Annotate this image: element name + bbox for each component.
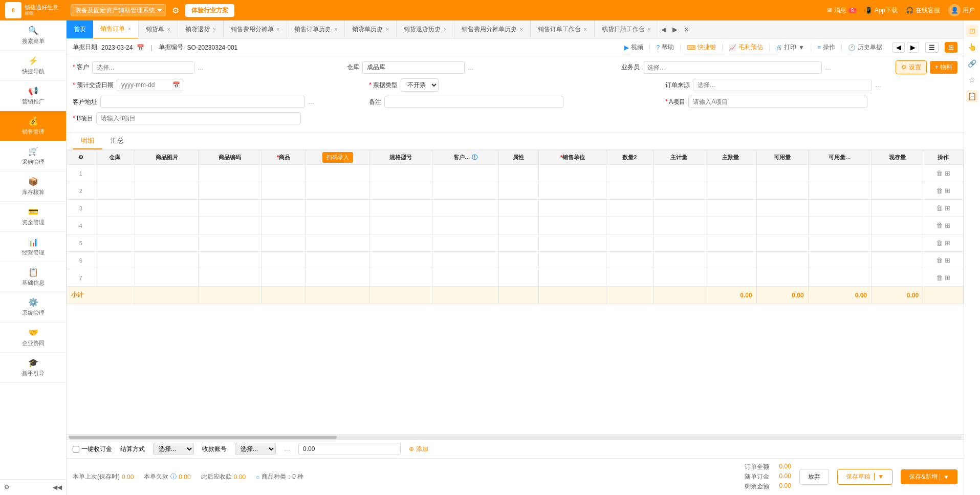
- row1-code[interactable]: [198, 165, 261, 182]
- prev-record-btn[interactable]: ◀: [892, 42, 905, 53]
- row1-main-qty[interactable]: [705, 165, 756, 182]
- row1-customer-code[interactable]: [432, 165, 498, 182]
- scan-btn[interactable]: 扫码录入: [322, 152, 353, 163]
- grid-view-btn[interactable]: ⊞: [945, 42, 957, 53]
- row6-unit[interactable]: [539, 252, 606, 269]
- row2-stock[interactable]: [872, 182, 923, 200]
- row2-copy-icon[interactable]: ⊞: [945, 187, 950, 195]
- row3-main-unit[interactable]: [653, 200, 705, 217]
- row6-code[interactable]: [198, 252, 261, 269]
- row1-unit[interactable]: [539, 165, 606, 182]
- row7-customer-code[interactable]: [432, 269, 498, 287]
- row7-available-more[interactable]: [808, 269, 871, 287]
- save-draft-arrow[interactable]: ▼: [874, 473, 884, 480]
- tab-sales-fee[interactable]: 销售费用分摊单 ×: [224, 20, 288, 39]
- row5-spec[interactable]: [369, 234, 432, 252]
- customer-address-input[interactable]: [100, 96, 305, 108]
- discard-btn[interactable]: 放弃: [799, 469, 829, 485]
- warehouse-more-btn[interactable]: …: [468, 64, 474, 71]
- row5-unit[interactable]: [539, 234, 606, 252]
- row5-attribute[interactable]: [498, 234, 539, 252]
- row6-copy-icon[interactable]: ⊞: [945, 256, 950, 264]
- row7-available[interactable]: [756, 269, 808, 287]
- sidebar-item-marketing[interactable]: 📢 营销推广: [0, 81, 66, 111]
- row6-product[interactable]: [261, 252, 306, 269]
- address-more-btn[interactable]: …: [308, 98, 314, 105]
- row7-spec[interactable]: [369, 269, 432, 287]
- row5-qty2[interactable]: [606, 234, 653, 252]
- tab-sales-refund[interactable]: 销货退货 ×: [178, 20, 224, 39]
- info-icon2[interactable]: ⓘ: [170, 472, 177, 481]
- sidebar-item-purchase[interactable]: 🛒 采购管理: [0, 141, 66, 171]
- row6-main-qty[interactable]: [705, 252, 756, 269]
- row4-code[interactable]: [198, 217, 261, 234]
- receipt-amount-input[interactable]: [298, 443, 401, 455]
- row7-copy-icon[interactable]: ⊞: [945, 274, 950, 282]
- row3-spec[interactable]: [369, 200, 432, 217]
- salesperson-input[interactable]: [643, 61, 822, 74]
- sidebar-item-sales[interactable]: 💰 销售管理: [0, 111, 66, 141]
- row7-attribute[interactable]: [498, 269, 539, 287]
- row3-warehouse[interactable]: [95, 200, 135, 217]
- b-project-input[interactable]: [96, 112, 301, 124]
- row4-main-unit[interactable]: [653, 217, 705, 234]
- row4-warehouse[interactable]: [95, 217, 135, 234]
- add-material-btn[interactable]: + 物料: [930, 61, 957, 74]
- row3-product[interactable]: [261, 200, 306, 217]
- a-project-input[interactable]: [688, 96, 867, 108]
- tab-home[interactable]: 首页: [67, 20, 93, 39]
- right-icon-orange2[interactable]: 📋: [966, 90, 978, 102]
- row7-main-qty[interactable]: [705, 269, 756, 287]
- save-new-arrow[interactable]: ▼: [940, 474, 949, 481]
- row4-scan[interactable]: [306, 217, 369, 234]
- row2-image[interactable]: [135, 182, 198, 200]
- invoice-type-select[interactable]: 不开票: [401, 78, 439, 92]
- row5-main-unit[interactable]: [653, 234, 705, 252]
- row4-available-more[interactable]: [808, 217, 871, 234]
- tab-close-sales-order[interactable]: ×: [128, 26, 131, 32]
- row5-delete-icon[interactable]: 🗑: [936, 239, 943, 247]
- row2-warehouse[interactable]: [95, 182, 135, 200]
- row4-attribute[interactable]: [498, 217, 539, 234]
- tab-sales-order-history[interactable]: 销售订单历史 ×: [287, 20, 345, 39]
- list-view-btn[interactable]: ☰: [925, 42, 939, 53]
- row2-qty2[interactable]: [606, 182, 653, 200]
- receipt-account-select[interactable]: 选择...: [235, 443, 276, 455]
- row2-scan[interactable]: [306, 182, 369, 200]
- row6-stock[interactable]: [872, 252, 923, 269]
- messages-btn[interactable]: ✉ 消息 9: [827, 6, 857, 15]
- gear-button[interactable]: ⚙: [170, 4, 181, 17]
- row7-main-unit[interactable]: [653, 269, 705, 287]
- settings-bottom-icon[interactable]: ⚙: [4, 484, 10, 491]
- row7-unit[interactable]: [539, 269, 606, 287]
- tab-sales-return-history[interactable]: 销货单历史 ×: [345, 20, 397, 39]
- tab-close-sales-fee[interactable]: ×: [277, 27, 280, 32]
- shortcut-btn[interactable]: ⌨ 快捷键: [687, 43, 716, 52]
- save-new-btn[interactable]: 保存&新增 ▼: [901, 469, 957, 484]
- row3-delete-icon[interactable]: 🗑: [936, 204, 943, 212]
- tab-prev-btn[interactable]: ◀: [658, 20, 669, 39]
- salesperson-more-btn[interactable]: …: [825, 64, 831, 71]
- row1-available[interactable]: [756, 165, 808, 182]
- row3-image[interactable]: [135, 200, 198, 217]
- right-icon-fingerprint[interactable]: 👆: [966, 41, 978, 53]
- add-row-btn[interactable]: ⊕ 添加: [409, 445, 428, 454]
- scrollbar-thumb[interactable]: [69, 436, 337, 439]
- tab-detail[interactable]: 明细: [73, 133, 102, 149]
- row6-main-unit[interactable]: [653, 252, 705, 269]
- remark-input[interactable]: [384, 96, 563, 108]
- one-click-checkbox-input[interactable]: [73, 446, 79, 453]
- tab-close-refund-history[interactable]: ×: [444, 27, 447, 32]
- history-btn[interactable]: 🕐 历史单据: [848, 43, 882, 52]
- row1-main-unit[interactable]: [653, 165, 705, 182]
- sidebar-item-guide[interactable]: 🎓 新手引导: [0, 353, 66, 383]
- industry-button[interactable]: 体验行业方案: [185, 4, 234, 17]
- row6-image[interactable]: [135, 252, 198, 269]
- system-select[interactable]: 装备及固定资产辅助管理系统: [71, 4, 166, 16]
- row6-delete-icon[interactable]: 🗑: [936, 256, 943, 264]
- tab-sales-refund-history[interactable]: 销货退货历史 ×: [397, 20, 454, 39]
- row7-stock[interactable]: [872, 269, 923, 287]
- row3-code[interactable]: [198, 200, 261, 217]
- row2-main-qty[interactable]: [705, 182, 756, 200]
- delivery-date-input[interactable]: [117, 79, 183, 91]
